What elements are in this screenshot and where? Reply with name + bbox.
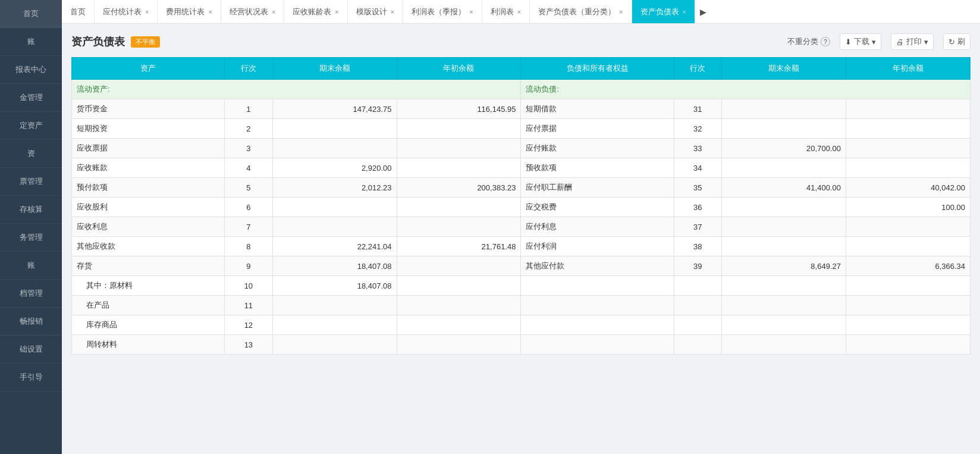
cell-left-name: 短期投资 <box>72 119 225 139</box>
refresh-button[interactable]: ↻ 刷 <box>943 33 970 50</box>
cell-right-seq: 37 <box>674 217 721 237</box>
cell-right-start <box>846 99 970 119</box>
cell-left-seq: 5 <box>225 178 272 198</box>
sidebar-item-settings[interactable]: 础设置 <box>0 336 62 364</box>
cell-left-name: 应收股利 <box>72 198 225 217</box>
sidebar-item-capital[interactable]: 资 <box>0 140 62 168</box>
cell-right-start: 6,366.34 <box>846 256 970 276</box>
tab-operation[interactable]: 经营状况表 × <box>221 0 284 24</box>
cell-left-name: 应收利息 <box>72 217 225 237</box>
download-button[interactable]: ⬇ 下载 ▾ <box>840 33 881 50</box>
cell-right-seq <box>674 335 721 355</box>
cell-right-seq: 35 <box>674 178 721 198</box>
cell-left-start <box>397 198 521 217</box>
print-icon: 🖨 <box>896 37 904 46</box>
tab-profit[interactable]: 利润表 × <box>482 0 530 24</box>
cell-right-name: 其他应付款 <box>521 256 674 276</box>
tab-balance-reclassified[interactable]: 资产负债表（重分类） × <box>530 0 632 24</box>
cell-left-name: 在产品 <box>72 296 225 315</box>
cell-left-seq: 10 <box>225 276 272 296</box>
cell-right-seq: 32 <box>674 119 721 139</box>
tab-template-design[interactable]: 模版设计 × <box>348 0 403 24</box>
cell-left-seq: 3 <box>225 139 272 158</box>
tab-receivable-age[interactable]: 应收账龄表 × <box>284 0 347 24</box>
balance-sheet-table: 资产 行次 期末余额 年初余额 负债和所有者权益 行次 期末余额 年初余额 流动… <box>71 57 970 355</box>
sidebar-item-invoice[interactable]: 票管理 <box>0 168 62 196</box>
print-button[interactable]: 🖨 打印 ▾ <box>891 33 934 50</box>
cell-right-end <box>722 158 846 178</box>
tab-close-expense-stats[interactable]: × <box>208 8 212 15</box>
tab-payable-stats[interactable]: 应付统计表 × <box>95 0 158 24</box>
tab-expense-stats[interactable]: 费用统计表 × <box>158 0 221 24</box>
cell-left-seq: 7 <box>225 217 272 237</box>
sidebar-item-cashmanage[interactable]: 金管理 <box>0 84 62 112</box>
cell-left-start <box>397 119 521 139</box>
cell-right-start <box>846 158 970 178</box>
tab-scroll-right-icon[interactable]: ▶ <box>695 7 711 17</box>
cell-left-start <box>397 158 521 178</box>
content-area: 资产负债表 不平衡 不重分类 ? ⬇ 下载 ▾ 🖨 打印 ▾ <box>62 24 980 454</box>
cell-right-end <box>722 237 846 256</box>
main-area: 首页 应付统计表 × 费用统计表 × 经营状况表 × 应收账龄表 × 模版设计 … <box>62 0 980 454</box>
sidebar-item-ledger[interactable]: 账 <box>0 28 62 56</box>
sidebar-item-expense[interactable]: 畅报销 <box>0 308 62 336</box>
cell-right-start <box>846 217 970 237</box>
cell-left-start <box>397 315 521 335</box>
tab-home[interactable]: 首页 <box>62 0 95 24</box>
tab-close-balance[interactable]: × <box>683 8 686 15</box>
cell-right-start <box>846 296 970 315</box>
cell-right-end <box>722 296 846 315</box>
cell-left-start <box>397 139 521 158</box>
col-header-asset: 资产 <box>72 58 225 80</box>
tab-close-profit[interactable]: × <box>517 8 521 15</box>
cell-right-name <box>521 315 674 335</box>
cell-left-seq: 9 <box>225 256 272 276</box>
cell-right-name: 应付利润 <box>521 237 674 256</box>
tab-close-template-design[interactable]: × <box>391 8 394 15</box>
tab-close-payable-stats[interactable]: × <box>145 8 149 15</box>
tab-close-operation[interactable]: × <box>272 8 275 15</box>
sidebar-item-archive[interactable]: 档管理 <box>0 280 62 308</box>
cell-left-start: 200,383.23 <box>397 178 521 198</box>
sidebar-item-guide[interactable]: 手引导 <box>0 364 62 392</box>
cell-right-end: 20,700.00 <box>722 139 846 158</box>
cell-right-seq: 31 <box>674 99 721 119</box>
cell-right-end <box>722 99 846 119</box>
cell-left-end: 18,407.08 <box>272 276 397 296</box>
cell-left-end <box>272 198 397 217</box>
cell-right-name: 应付职工薪酬 <box>521 178 674 198</box>
tab-profit-quarterly[interactable]: 利润表（季报） × <box>403 0 482 24</box>
sidebar-item-fixedassets[interactable]: 定资产 <box>0 112 62 140</box>
cell-left-seq: 1 <box>225 99 272 119</box>
cell-left-name: 应收票据 <box>72 139 225 158</box>
tab-close-profit-quarterly[interactable]: × <box>469 8 473 15</box>
page-title-area: 资产负债表 不平衡 <box>71 35 160 49</box>
cell-left-seq: 13 <box>225 335 272 355</box>
help-icon[interactable]: ? <box>821 37 830 46</box>
page-title: 资产负债表 <box>71 35 125 49</box>
cell-left-start <box>397 335 521 355</box>
cell-right-end <box>722 276 846 296</box>
tab-balance[interactable]: 资产负债表 × <box>632 0 695 24</box>
sidebar: 首页 账 报表中心 金管理 定资产 资 票管理 存核算 务管理 账 档管理 畅报… <box>0 0 62 454</box>
cell-left-end: 2,920.00 <box>272 158 397 178</box>
cell-right-end: 41,400.00 <box>722 178 846 198</box>
sidebar-item-account2[interactable]: 账 <box>0 252 62 280</box>
refresh-icon: ↻ <box>948 37 955 46</box>
sidebar-item-inventory[interactable]: 存核算 <box>0 196 62 224</box>
cell-left-end <box>272 119 397 139</box>
cell-left-end: 22,241.04 <box>272 237 397 256</box>
cell-left-end <box>272 315 397 335</box>
sidebar-item-affairs[interactable]: 务管理 <box>0 224 62 252</box>
col-header-seq-left: 行次 <box>225 58 272 80</box>
sidebar-item-reports[interactable]: 报表中心 <box>0 56 62 84</box>
cell-left-end <box>272 296 397 315</box>
cell-left-seq: 2 <box>225 119 272 139</box>
cell-left-start <box>397 256 521 276</box>
download-icon: ⬇ <box>845 37 852 46</box>
col-header-start-right: 年初余额 <box>846 58 970 80</box>
sidebar-item-home[interactable]: 首页 <box>0 0 62 28</box>
tab-close-receivable-age[interactable]: × <box>335 8 338 15</box>
cell-right-name: 应付票据 <box>521 119 674 139</box>
tab-close-balance-reclassified[interactable]: × <box>619 8 623 15</box>
